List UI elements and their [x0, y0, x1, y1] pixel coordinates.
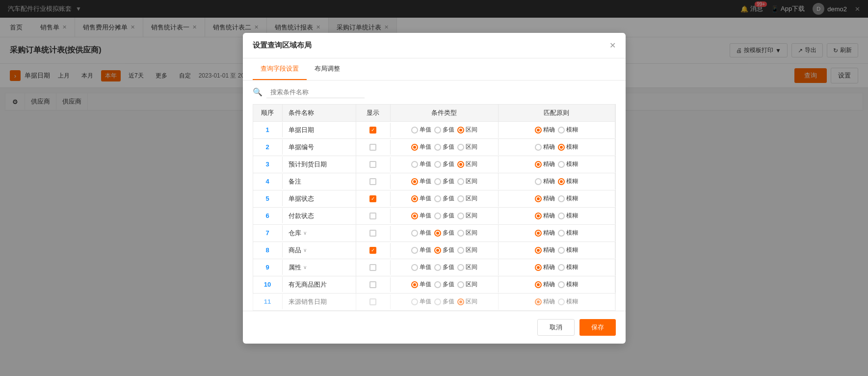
row-5-checkbox[interactable]: [369, 195, 376, 202]
row-4-order: 4: [253, 174, 283, 189]
row-5-display[interactable]: [356, 191, 391, 206]
row-4-checkbox[interactable]: [369, 178, 376, 185]
row-3-name: 预计到货日期: [283, 156, 356, 173]
row-2-fuzzy[interactable]: 模糊: [558, 143, 578, 151]
row-7-display[interactable]: [356, 226, 391, 241]
row-1-type: 单值 多值 区间: [391, 122, 499, 138]
row-10-order: 10: [253, 277, 283, 292]
row-2-exact[interactable]: 精确: [535, 143, 555, 151]
row-7-checkbox[interactable]: [369, 230, 376, 237]
row-8-checkbox[interactable]: [369, 247, 376, 254]
row-5-order: 5: [253, 191, 283, 206]
dialog-close-button[interactable]: ✕: [609, 41, 616, 50]
row-11-type: 单值 多值 区间: [391, 294, 499, 310]
search-icon: 🔍: [253, 87, 263, 97]
row-7-match: 精确 模糊: [499, 225, 615, 241]
row-2-order: 2: [253, 139, 283, 155]
row-10-type: 单值 多值 区间: [391, 276, 499, 293]
row-1-display[interactable]: [356, 123, 391, 137]
row-1-name: 单据日期: [283, 122, 356, 138]
row-9-name: 属性 ∨: [283, 259, 356, 276]
dialog-header: 设置查询区域布局 ✕: [243, 33, 626, 58]
row-11-match: 精确 模糊: [499, 294, 615, 310]
row-2-display[interactable]: [356, 140, 391, 155]
row-1-match: 精确 模糊: [499, 122, 615, 138]
th-display: 显示: [356, 105, 391, 121]
row-8-name: 商品 ∨: [283, 242, 356, 259]
row-9-dropdown-icon[interactable]: ∨: [303, 265, 307, 270]
row-6-name: 付款状态: [283, 208, 356, 224]
row-2-range[interactable]: 区间: [457, 143, 477, 151]
table-row: 7 仓库 ∨ 单值 多值 区间: [253, 225, 616, 242]
row-9-order: 9: [253, 260, 283, 275]
dialog-tabs: 查询字段设置 布局调整: [243, 58, 626, 81]
row-7-name: 仓库 ∨: [283, 225, 356, 242]
dialog-title: 设置查询区域布局: [253, 41, 312, 50]
row-8-display[interactable]: [356, 243, 391, 258]
dialog-tab-fields[interactable]: 查询字段设置: [253, 58, 307, 80]
row-7-type: 单值 多值 区间: [391, 225, 499, 241]
row-9-checkbox[interactable]: [369, 264, 376, 271]
row-10-match: 精确 模糊: [499, 276, 615, 293]
row-6-display[interactable]: [356, 209, 391, 223]
row-2-multi[interactable]: 多值: [434, 143, 454, 151]
search-input[interactable]: [266, 86, 365, 98]
row-8-order: 8: [253, 242, 283, 258]
row-2-checkbox[interactable]: [369, 144, 376, 151]
row-11-checkbox[interactable]: [369, 298, 376, 305]
row-3-checkbox[interactable]: [369, 161, 376, 168]
row-4-type: 单值 多值 区间: [391, 173, 499, 189]
th-match: 匹配原则: [499, 105, 615, 121]
row-9-type: 单值 多值 区间: [391, 259, 499, 275]
row-6-match: 精确 模糊: [499, 208, 615, 224]
row-6-checkbox[interactable]: [369, 213, 376, 219]
row-4-name: 备注: [283, 173, 356, 190]
dialog-overlay: 设置查询区域布局 ✕ 查询字段设置 布局调整 🔍 顺序 条件名称 显示 条件类型…: [0, 0, 868, 376]
row-4-display[interactable]: [356, 174, 391, 189]
row-7-order: 7: [253, 225, 283, 241]
row-11-order: 11: [253, 294, 283, 309]
row-1-range[interactable]: 区间: [457, 126, 477, 134]
settings-dialog: 设置查询区域布局 ✕ 查询字段设置 布局调整 🔍 顺序 条件名称 显示 条件类型…: [243, 33, 626, 344]
row-5-match: 精确 模糊: [499, 190, 615, 207]
row-4-match: 精确 模糊: [499, 173, 615, 189]
table-row: 11 来源销售日期 单值 多值 区间: [253, 294, 616, 311]
row-7-dropdown-icon[interactable]: ∨: [303, 230, 307, 236]
table-row: 6 付款状态 单值 多值 区间: [253, 208, 616, 225]
row-1-single[interactable]: 单值: [411, 126, 431, 134]
dialog-table: 顺序 条件名称 显示 条件类型 匹配原则 1 单据日期 单值 多值: [253, 104, 616, 311]
table-row: 1 单据日期 单值 多值 区间: [253, 122, 616, 139]
row-3-display[interactable]: [356, 157, 391, 172]
row-2-match: 精确 模糊: [499, 139, 615, 155]
th-type: 条件类型: [391, 105, 499, 121]
cancel-button[interactable]: 取消: [537, 319, 575, 336]
table-row: 8 商品 ∨ 单值 多值 区间: [253, 242, 616, 259]
row-10-checkbox[interactable]: [369, 281, 376, 288]
dialog-footer: 取消 保存: [243, 311, 626, 344]
row-1-exact[interactable]: 精确: [535, 126, 555, 134]
row-11-display[interactable]: [356, 295, 391, 309]
row-2-type: 单值 多值 区间: [391, 139, 499, 155]
row-2-single[interactable]: 单值: [411, 143, 431, 151]
table-row: 9 属性 ∨ 单值 多值 区间: [253, 259, 616, 276]
th-name: 条件名称: [283, 105, 356, 121]
row-11-name: 来源销售日期: [283, 294, 356, 310]
row-1-checkbox[interactable]: [369, 127, 376, 134]
row-1-fuzzy[interactable]: 模糊: [558, 126, 578, 134]
row-3-order: 3: [253, 157, 283, 172]
table-row: 10 有无商品图片 单值 多值 区间: [253, 276, 616, 294]
row-5-type: 单值 多值 区间: [391, 190, 499, 207]
dialog-table-header: 顺序 条件名称 显示 条件类型 匹配原则: [253, 104, 616, 122]
row-10-name: 有无商品图片: [283, 276, 356, 293]
row-9-display[interactable]: [356, 260, 391, 275]
row-6-type: 单值 多值 区间: [391, 208, 499, 224]
row-1-order: 1: [253, 122, 283, 137]
row-8-dropdown-icon[interactable]: ∨: [303, 247, 307, 253]
row-3-match: 精确 模糊: [499, 156, 615, 172]
row-2-name: 单据编号: [283, 139, 356, 156]
save-button[interactable]: 保存: [579, 319, 616, 336]
row-9-match: 精确 模糊: [499, 259, 615, 275]
dialog-tab-layout[interactable]: 布局调整: [307, 58, 348, 80]
row-10-display[interactable]: [356, 277, 391, 292]
row-1-multi[interactable]: 多值: [434, 126, 454, 134]
